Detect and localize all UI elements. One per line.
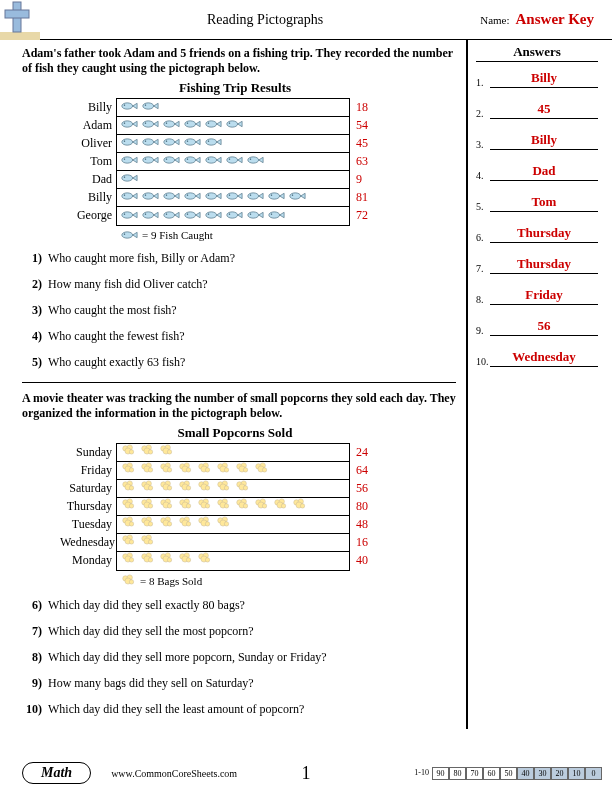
pictograph-1-key-text: = 9 Fish Caught [142, 229, 213, 241]
svg-point-100 [148, 467, 152, 471]
popcorn-icon [234, 498, 250, 516]
answer-row: 3.Billy [476, 132, 598, 150]
answer-number: 6. [476, 232, 490, 243]
svg-point-244 [205, 558, 209, 562]
svg-point-68 [166, 213, 167, 214]
fish-icon [120, 136, 138, 151]
svg-point-168 [186, 503, 190, 507]
answer-value: Thursday [490, 225, 598, 243]
svg-point-10 [145, 122, 146, 123]
answer-row: 5.Tom [476, 194, 598, 212]
pictograph-1: Fishing Trip Results BillyAdamOliverTomD… [60, 80, 456, 241]
answer-number: 4. [476, 170, 490, 181]
svg-point-47 [143, 193, 154, 199]
pict-row [117, 444, 349, 462]
svg-point-56 [229, 194, 230, 195]
worksheet-title: Reading Pictographs [50, 12, 480, 28]
svg-point-38 [208, 158, 209, 159]
svg-point-4 [124, 104, 125, 105]
question-text: Which day did they sell the most popcorn… [48, 624, 254, 639]
pict-row-value: 18 [356, 98, 368, 116]
answers-column: Answers 1.Billy2.453.Billy4.Dad5.Tom6.Th… [468, 40, 612, 729]
main-area: Adam's father took Adam and 5 friends on… [0, 40, 612, 729]
pict-row-value: 63 [356, 152, 368, 170]
pict-row-value: 72 [356, 206, 368, 224]
question-number: 1) [22, 251, 48, 266]
popcorn-icon [234, 480, 250, 498]
pict-row-label: Adam [60, 116, 116, 134]
pict-row [117, 171, 349, 189]
svg-point-160 [148, 503, 152, 507]
logo [0, 0, 50, 40]
question-number: 6) [22, 598, 48, 613]
question-text: Which day did they sell exactly 80 bags? [48, 598, 245, 613]
svg-point-20 [124, 140, 125, 141]
fish-icon [141, 190, 159, 205]
pict-row-label: Tom [60, 152, 116, 170]
pict-row-value: 64 [356, 461, 368, 479]
question-row: 8)Which day did they sell more popcorn, … [22, 650, 456, 665]
answer-value: Tom [490, 194, 598, 212]
fish-icon [183, 154, 201, 169]
answer-row: 4.Dad [476, 163, 598, 181]
content-column: Adam's father took Adam and 5 friends on… [0, 40, 468, 729]
popcorn-icon [158, 462, 174, 480]
fish-icon [204, 209, 222, 224]
svg-point-54 [208, 194, 209, 195]
popcorn-icon [139, 498, 155, 516]
svg-point-33 [164, 157, 175, 163]
header: Reading Pictographs Name: Answer Key [0, 0, 612, 40]
svg-point-184 [262, 503, 266, 507]
svg-point-45 [122, 193, 133, 199]
pict-row-value: 40 [356, 551, 368, 569]
svg-point-15 [206, 121, 217, 127]
fish-icon [267, 190, 285, 205]
question-text: Who caught more fish, Billy or Adam? [48, 251, 235, 266]
svg-point-21 [143, 139, 154, 145]
popcorn-icon [196, 552, 212, 570]
pict-row-label: Tuesday [60, 515, 116, 533]
svg-point-156 [129, 503, 133, 507]
svg-point-79 [122, 232, 133, 238]
question-row: 4)Who caught the fewest fish? [22, 329, 456, 344]
svg-point-148 [224, 485, 228, 489]
answer-row: 6.Thursday [476, 225, 598, 243]
svg-point-42 [250, 158, 251, 159]
svg-point-65 [143, 211, 154, 217]
fish-icon [162, 154, 180, 169]
svg-point-220 [129, 539, 133, 543]
pict-row-value: 9 [356, 170, 368, 188]
pict-row [117, 516, 349, 534]
pict-row [117, 135, 349, 153]
svg-point-228 [129, 558, 133, 562]
answer-value: Billy [490, 70, 598, 88]
svg-point-140 [186, 485, 190, 489]
fish-icon [288, 190, 306, 205]
pict-row-label: Monday [60, 551, 116, 569]
question-text: How many bags did they sell on Saturday? [48, 676, 254, 691]
answers-title: Answers [476, 44, 598, 62]
svg-point-43 [122, 175, 133, 181]
question-number: 5) [22, 355, 48, 370]
svg-point-25 [185, 139, 196, 145]
popcorn-icon [139, 534, 155, 552]
svg-point-92 [167, 449, 171, 453]
popcorn-icon [120, 516, 136, 534]
svg-point-16 [208, 122, 209, 123]
popcorn-icon [177, 552, 193, 570]
svg-point-96 [129, 467, 133, 471]
svg-point-196 [129, 521, 133, 525]
svg-point-48 [145, 194, 146, 195]
score-cell: 10 [568, 767, 585, 780]
pict-row [117, 189, 349, 207]
answer-row: 8.Friday [476, 287, 598, 305]
site-url: www.CommonCoreSheets.com [111, 768, 411, 779]
svg-point-120 [243, 467, 247, 471]
footer: Math www.CommonCoreSheets.com 1 1-10 908… [0, 762, 612, 784]
popcorn-icon [196, 516, 212, 534]
pict-row-value: 45 [356, 134, 368, 152]
popcorn-icon [215, 498, 231, 516]
pictograph-1-key: = 9 Fish Caught [120, 229, 456, 241]
popcorn-icon [158, 444, 174, 462]
answer-key-label: Answer Key [516, 11, 594, 28]
